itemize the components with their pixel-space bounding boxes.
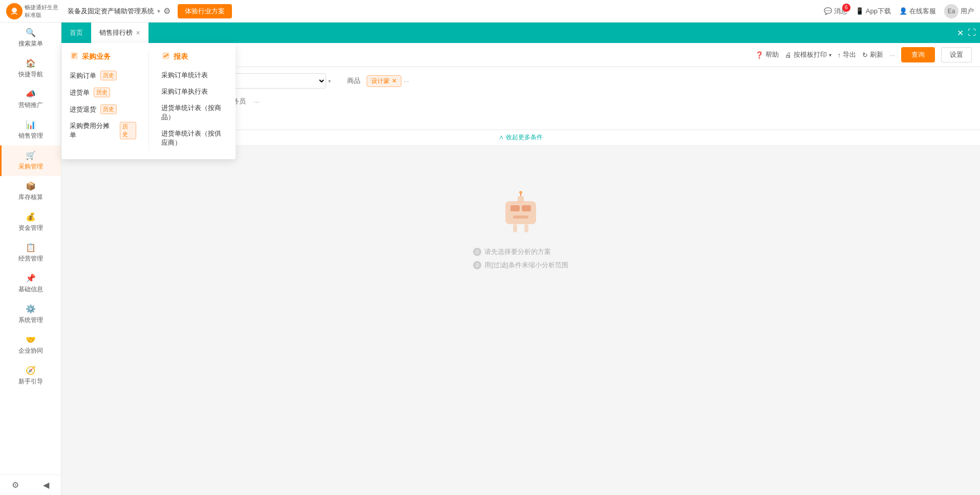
system-settings-button[interactable]: ⚙ [163,6,171,16]
app-download-button[interactable]: 📱 App下载 [856,7,891,16]
system-name: 装备及固定资产辅助管理系统 [68,7,154,16]
system-area: 装备及固定资产辅助管理系统 ▾ ⚙ 体验行业方案 [68,4,824,18]
message-icon: 💬 [824,7,832,15]
logo-area: 畅捷通好生意 标准版 [6,3,68,19]
topbar-right: 💬 消息 6 📱 App下载 👤 在线客服 Ea 用户 [824,4,974,18]
topbar: 畅捷通好生意 标准版 装备及固定资产辅助管理系统 ▾ ⚙ 体验行业方案 💬 消息… [0,0,980,23]
user-menu-button[interactable]: Ea 用户 [944,4,974,18]
online-service-button[interactable]: 👤 在线客服 [899,7,936,16]
service-icon: 👤 [899,7,907,15]
message-badge: 6 [842,4,850,12]
phone-icon: 📱 [856,7,864,15]
message-button[interactable]: 💬 消息 6 [824,7,847,16]
logo-icon [6,3,23,19]
avatar: Ea [944,4,958,18]
industry-solution-button[interactable]: 体验行业方案 [178,4,232,18]
logo-text: 畅捷通好生意 标准版 [25,4,58,18]
dropdown-arrow-icon[interactable]: ▾ [157,8,160,15]
svg-point-0 [12,8,17,13]
